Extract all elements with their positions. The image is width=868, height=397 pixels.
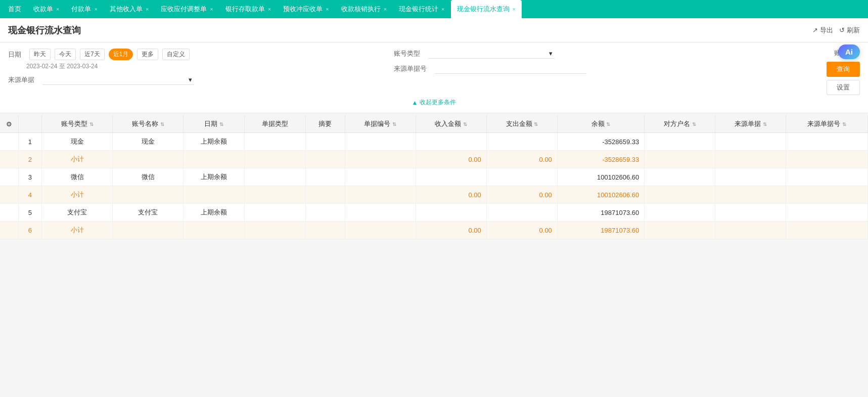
col-balance[interactable]: 余额 ⇅	[557, 115, 644, 133]
account-type-label: 账号类型	[394, 49, 420, 58]
table-row: 5支付宝支付宝上期余额19871073.60	[0, 204, 868, 222]
col-summary: 摘要	[305, 115, 345, 133]
col-date[interactable]: 日期 ⇅	[184, 115, 245, 133]
cell-expense: 0.00	[486, 222, 557, 239]
date-more[interactable]: 更多	[137, 49, 158, 60]
col-income[interactable]: 收入金额 ⇅	[416, 115, 486, 133]
cell-source-doc-no	[786, 168, 868, 186]
date-7days[interactable]: 近7天	[80, 49, 105, 60]
cell-index: 3	[18, 168, 42, 186]
cell-income: 0.00	[416, 186, 486, 204]
nav-receipt-close[interactable]: ×	[56, 0, 59, 18]
col-source-doc-no[interactable]: 来源单据号 ⇅	[786, 115, 868, 133]
collapse-bar[interactable]: ▲ 收起更多条件	[8, 98, 860, 107]
cell-income: 0.00	[416, 151, 486, 168]
sort-icon-balance: ⇅	[606, 121, 610, 127]
nav-bank-deposit[interactable]: 银行存取款单 ×	[219, 0, 277, 18]
nav-receipt-exec-close[interactable]: ×	[384, 0, 387, 18]
date-range-display: 2023-02-24 至 2023-03-24	[26, 63, 98, 70]
cell-account-name: 微信	[113, 168, 184, 186]
nav-ar-ap-adjust-close[interactable]: ×	[210, 0, 213, 18]
nav-other-income[interactable]: 其他收入单 ×	[104, 0, 155, 18]
cell-index: 1	[18, 133, 42, 151]
col-account-type[interactable]: 账号类型 ⇅	[42, 115, 113, 133]
nav-cash-flow-query-close[interactable]: ×	[513, 0, 516, 18]
col-expense[interactable]: 支出金额 ⇅	[486, 115, 557, 133]
cell-doc-no	[345, 168, 416, 186]
nav-bank-deposit-close[interactable]: ×	[268, 0, 271, 18]
nav-payment[interactable]: 付款单 ×	[65, 0, 103, 18]
nav-payment-close[interactable]: ×	[94, 0, 97, 18]
cell-income	[416, 133, 486, 151]
account-type-chevron-icon: ▾	[549, 50, 553, 57]
cell-gear	[0, 133, 18, 151]
query-button[interactable]: 查询	[827, 62, 860, 77]
cell-account-name: 现金	[113, 133, 184, 151]
cell-gear	[0, 204, 18, 222]
cell-summary	[305, 151, 345, 168]
cell-account-name	[113, 151, 184, 168]
cell-source-doc	[715, 222, 786, 239]
cell-gear	[0, 186, 18, 204]
cell-balance: 100102606.60	[557, 168, 644, 186]
nav-prepayment-close[interactable]: ×	[326, 0, 329, 18]
nav-cash-flow-query[interactable]: 现金银行流水查询 ×	[451, 0, 522, 18]
nav-other-income-close[interactable]: ×	[146, 0, 149, 18]
cell-counterparty	[645, 133, 715, 151]
cell-source-doc-no	[786, 151, 868, 168]
nav-cash-stats[interactable]: 现金银行统计 ×	[393, 0, 450, 18]
cell-account-type: 支付宝	[42, 204, 113, 222]
date-today[interactable]: 今天	[55, 49, 76, 60]
cell-summary	[305, 222, 345, 239]
sort-icon-account-name: ⇅	[160, 121, 164, 127]
nav-home[interactable]: 首页	[2, 0, 27, 18]
cell-index: 4	[18, 186, 42, 204]
nav-receipt[interactable]: 收款单 ×	[27, 0, 65, 18]
date-custom[interactable]: 自定义	[162, 49, 190, 60]
cell-index: 2	[18, 151, 42, 168]
nav-prepayment[interactable]: 预收冲应收单 ×	[277, 0, 335, 18]
account-type-select[interactable]: ▾	[428, 49, 555, 59]
export-button[interactable]: ↗ 导出	[812, 26, 833, 35]
filter-area: 日期 昨天 今天 近7天 近1月 更多 自定义 2023-02-24 至 202…	[0, 42, 868, 113]
nav-ar-ap-adjust[interactable]: 应收应付调整单 ×	[155, 0, 219, 18]
cell-doc-no	[345, 133, 416, 151]
cell-date: 上期余额	[184, 133, 245, 151]
col-doc-type: 单据类型	[245, 115, 306, 133]
cell-summary	[305, 168, 345, 186]
ai-badge[interactable]: Ai	[838, 45, 860, 59]
source-doc-chevron-icon: ▾	[189, 76, 192, 83]
table-container: ⚙ 账号类型 ⇅ 账号名称 ⇅ 日期 ⇅ 单据类型 摘	[0, 115, 868, 239]
refresh-button[interactable]: ↺ 刷新	[839, 26, 860, 35]
cell-source-doc	[715, 186, 786, 204]
col-doc-no[interactable]: 单据编号 ⇅	[345, 115, 416, 133]
date-yesterday[interactable]: 昨天	[29, 49, 51, 60]
source-doc-select[interactable]: ▾	[42, 75, 194, 85]
table-row: 2小计0.000.00-3528659.33	[0, 151, 868, 168]
cell-account-type: 小计	[42, 151, 113, 168]
cell-summary	[305, 186, 345, 204]
date-1month[interactable]: 近1月	[109, 49, 133, 60]
table-header-row: ⚙ 账号类型 ⇅ 账号名称 ⇅ 日期 ⇅ 单据类型 摘	[0, 115, 868, 133]
nav-receipt-exec[interactable]: 收款核销执行 ×	[335, 0, 393, 18]
col-account-name[interactable]: 账号名称 ⇅	[113, 115, 184, 133]
source-doc-no-input[interactable]	[435, 64, 586, 74]
setting-button[interactable]: 设置	[827, 80, 860, 95]
cell-date	[184, 186, 245, 204]
col-counterparty[interactable]: 对方户名 ⇅	[645, 115, 715, 133]
cell-account-type: 小计	[42, 222, 113, 239]
collapse-icon: ▲	[412, 99, 418, 106]
col-gear[interactable]: ⚙	[0, 115, 18, 133]
cell-index: 6	[18, 222, 42, 239]
data-table: ⚙ 账号类型 ⇅ 账号名称 ⇅ 日期 ⇅ 单据类型 摘	[0, 115, 868, 239]
cell-doc-type	[245, 204, 306, 222]
source-doc-no-label: 来源单据号	[394, 64, 427, 73]
cell-doc-type	[245, 133, 306, 151]
cell-date: 上期余额	[184, 168, 245, 186]
sort-icon-expense: ⇅	[534, 121, 538, 127]
col-source-doc[interactable]: 来源单据 ⇅	[715, 115, 786, 133]
cell-counterparty	[645, 204, 715, 222]
nav-cash-stats-close[interactable]: ×	[441, 0, 444, 18]
cell-balance: 19871073.60	[557, 222, 644, 239]
cell-income	[416, 168, 486, 186]
